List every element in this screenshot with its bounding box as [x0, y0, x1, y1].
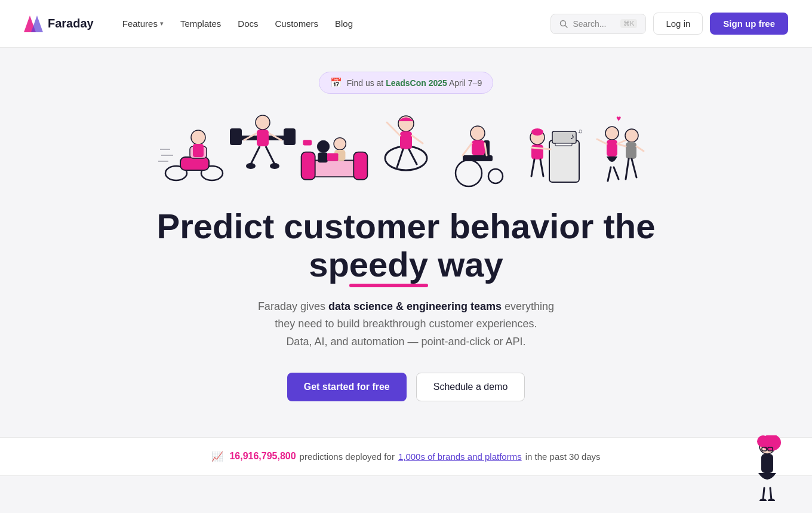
nav-blog[interactable]: Blog — [328, 14, 360, 33]
nav-customers[interactable]: Customers — [267, 14, 325, 33]
svg-rect-15 — [284, 128, 296, 145]
illus-printer: ♪ ♫ — [513, 110, 585, 188]
search-box[interactable]: Search... ⌘K — [550, 14, 646, 34]
nav-docs[interactable]: Docs — [230, 14, 265, 33]
login-button[interactable]: Log in — [653, 13, 703, 35]
calendar-icon: 📅 — [330, 77, 342, 88]
svg-text:♫: ♫ — [578, 128, 583, 134]
nav-left: Faraday Features ▾ Templates Docs — [24, 14, 360, 33]
svg-line-70 — [626, 159, 629, 179]
signup-button[interactable]: Sign up free — [710, 13, 788, 35]
stats-text-middle: predictions deployed for — [300, 451, 395, 462]
svg-line-18 — [251, 146, 260, 164]
svg-line-71 — [632, 159, 636, 177]
svg-line-37 — [412, 136, 423, 143]
navbar: Faraday Features ▾ Templates Docs — [0, 0, 812, 48]
illus-wheelchair — [442, 110, 513, 188]
svg-rect-53 — [531, 145, 543, 159]
search-placeholder: Search... — [573, 19, 606, 29]
svg-point-41 — [488, 169, 503, 183]
svg-line-55 — [531, 159, 534, 176]
logo-text: Faraday — [48, 17, 94, 30]
nav-links: Features ▾ Templates Docs Customers — [115, 14, 360, 33]
svg-line-3 — [565, 25, 568, 27]
svg-line-39 — [409, 149, 417, 164]
svg-rect-26 — [353, 152, 367, 180]
svg-rect-14 — [230, 128, 242, 145]
svg-rect-65 — [626, 142, 636, 159]
svg-point-44 — [470, 126, 485, 140]
svg-point-81 — [759, 499, 767, 501]
svg-point-21 — [270, 163, 279, 169]
illustrations-row: ♪ ♫ ♥ — [137, 110, 675, 188]
svg-text:♥: ♥ — [616, 113, 621, 123]
svg-point-60 — [605, 127, 619, 140]
get-started-button[interactable]: Get started for free — [287, 373, 407, 401]
main-content: 📅 Find us at LeadsCon 2025 April 7–9 — [0, 48, 812, 476]
svg-rect-25 — [302, 152, 315, 180]
svg-line-68 — [608, 167, 611, 181]
svg-rect-32 — [327, 153, 338, 161]
svg-point-20 — [246, 163, 256, 169]
hero-headline: Predict customer behavior the speedy way — [137, 207, 675, 284]
svg-line-79 — [763, 488, 764, 500]
illus-dancing-couple: ♥ — [585, 110, 657, 188]
logo-icon — [24, 16, 43, 32]
logo[interactable]: Faraday — [24, 16, 94, 32]
svg-line-63 — [597, 139, 607, 144]
illus-weightlifter — [227, 110, 299, 188]
schedule-demo-button[interactable]: Schedule a demo — [416, 373, 525, 401]
svg-point-82 — [768, 499, 775, 501]
hero-subtext: Faraday gives data science & engineering… — [258, 298, 554, 351]
svg-line-69 — [614, 167, 619, 179]
svg-rect-50 — [555, 143, 572, 146]
stat-number: 16,916,795,800 — [229, 451, 296, 462]
illus-scooter — [155, 110, 227, 188]
stats-bar: 📈 16,916,795,800 predictions deployed fo… — [0, 437, 812, 476]
illus-dancer — [370, 110, 442, 188]
svg-line-19 — [266, 146, 275, 164]
stats-text-end: in the past 30 days — [525, 451, 601, 462]
svg-rect-28 — [318, 153, 328, 163]
svg-point-40 — [456, 160, 482, 186]
svg-rect-17 — [257, 130, 269, 146]
chevron-down-icon: ▾ — [160, 20, 164, 27]
headline-highlight: eedy — [349, 245, 428, 284]
svg-rect-9 — [193, 144, 204, 157]
svg-point-29 — [334, 138, 346, 150]
cta-buttons: Get started for free Schedule a demo — [287, 373, 525, 401]
nav-templates[interactable]: Templates — [173, 14, 228, 33]
svg-line-66 — [617, 144, 626, 146]
stats-link[interactable]: 1,000s of brands and platforms — [398, 451, 522, 462]
search-icon — [559, 20, 568, 28]
svg-point-64 — [625, 129, 638, 142]
svg-line-56 — [540, 159, 543, 176]
svg-text:♪: ♪ — [570, 131, 574, 141]
banner-text: Find us at LeadsCon 2025 April 7–9 — [347, 78, 482, 88]
svg-point-33 — [385, 146, 427, 170]
svg-rect-35 — [400, 131, 412, 149]
event-banner: 📅 Find us at LeadsCon 2025 April 7–9 — [319, 72, 493, 94]
svg-line-80 — [770, 488, 771, 500]
subtext-bold: data science & engineering teams — [328, 300, 502, 312]
svg-line-67 — [636, 146, 644, 151]
svg-rect-61 — [607, 140, 617, 156]
nav-features[interactable]: Features ▾ — [115, 14, 171, 33]
svg-rect-48 — [549, 140, 579, 182]
svg-rect-6 — [180, 157, 209, 170]
svg-rect-45 — [472, 140, 485, 155]
svg-line-38 — [397, 149, 403, 167]
svg-rect-30 — [303, 140, 312, 145]
svg-point-8 — [191, 130, 205, 145]
svg-point-52 — [531, 128, 543, 136]
svg-point-27 — [317, 140, 329, 152]
illus-couch — [299, 110, 370, 188]
trend-icon: 📈 — [211, 451, 223, 462]
svg-point-16 — [256, 115, 270, 130]
nav-right: Search... ⌘K Log in Sign up free — [550, 13, 788, 35]
svg-line-46 — [463, 143, 472, 155]
search-kbd: ⌘K — [620, 19, 637, 28]
